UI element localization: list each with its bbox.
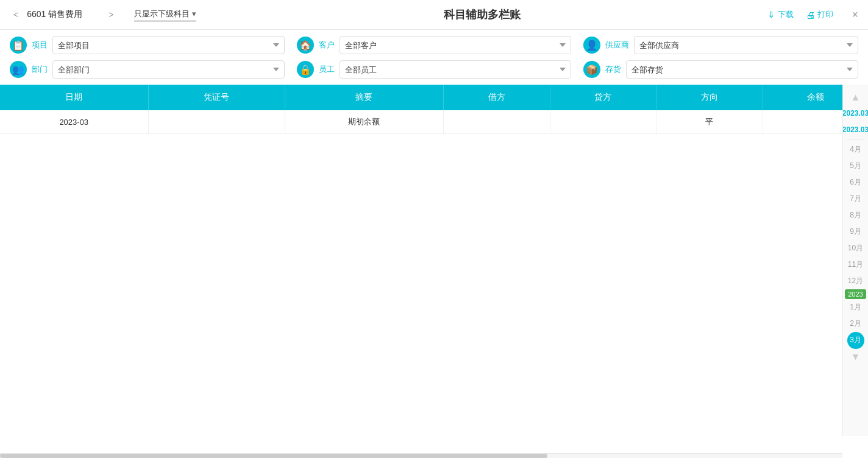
inventory-label: 存货 <box>605 64 621 75</box>
inventory-select[interactable]: 全部存货 <box>626 60 858 79</box>
cell-direction: 平 <box>656 110 763 134</box>
sidebar-period-2[interactable]: 2023.03 <box>842 122 868 138</box>
print-icon: 🖨 <box>806 10 815 20</box>
sidebar-month-8[interactable]: 8月 <box>848 207 863 224</box>
project-icon: 📋 <box>10 37 27 54</box>
cell-voucher <box>148 110 285 134</box>
sidebar-month-12[interactable]: 12月 <box>847 273 864 289</box>
customer-label: 客户 <box>319 40 335 51</box>
supplier-select[interactable]: 全部供应商 <box>634 36 858 54</box>
sidebar-month-2[interactable]: 2月 <box>848 315 863 332</box>
employee-select[interactable]: 全部员工 <box>340 60 572 79</box>
col-debit: 借方 <box>444 85 550 110</box>
inventory-icon: 📦 <box>583 61 600 78</box>
download-icon: ⇓ <box>767 9 775 20</box>
col-direction: 方向 <box>656 85 763 110</box>
cell-date: 2023-03 <box>0 110 148 134</box>
sidebar-month-4[interactable]: 4月 <box>848 141 863 158</box>
show-sub-toggle[interactable]: 只显示下级科目 ▾ <box>134 9 196 21</box>
cell-summary: 期初余额 <box>285 110 443 134</box>
show-sub-arrow-icon: ▾ <box>192 9 196 18</box>
customer-select[interactable]: 全部客户 <box>340 36 572 54</box>
project-select[interactable]: 全部项目 <box>52 36 285 54</box>
filter-area: 📋 项目 全部项目 🏠 客户 全部客户 👤 供应商 全部供应商 <box>0 30 868 85</box>
horizontal-scrollbar[interactable] <box>0 453 842 458</box>
sidebar-period-1[interactable]: 2023.03 <box>842 105 868 122</box>
download-btn[interactable]: ⇓ 下载 <box>767 9 794 20</box>
page-title: 科目辅助多栏账 <box>196 7 767 22</box>
col-credit: 贷方 <box>550 85 656 110</box>
customer-icon: 🏠 <box>297 37 314 54</box>
cell-debit <box>444 110 550 134</box>
sidebar-month-7[interactable]: 7月 <box>848 191 863 207</box>
project-label: 项目 <box>32 40 48 51</box>
sidebar-month-6[interactable]: 6月 <box>848 174 863 191</box>
filter-row-2: 👥 部门 全部部门 🔒 员工 全部员工 📦 存货 全部存货 <box>10 60 858 79</box>
cell-credit <box>550 110 656 134</box>
main-table: 日期 凭证号 摘要 借方 贷方 方向 余额 2023-03 期初余额 <box>0 85 868 134</box>
sidebar-month-10[interactable]: 10月 <box>847 240 864 256</box>
sidebar-month-5[interactable]: 5月 <box>848 158 863 174</box>
scrollbar-thumb <box>0 454 547 458</box>
department-icon: 👥 <box>10 61 27 78</box>
employee-label: 员工 <box>319 64 335 75</box>
nav-area: < 6601 销售费用 > 只显示下级科目 ▾ <box>10 9 196 21</box>
employee-filter-item: 🔒 员工 全部员工 <box>297 60 572 79</box>
col-date: 日期 <box>0 85 148 110</box>
close-btn[interactable]: × <box>852 9 858 21</box>
download-label: 下载 <box>778 9 794 20</box>
table-header-row: 日期 凭证号 摘要 借方 贷方 方向 余额 <box>0 85 868 110</box>
right-sidebar: ▲ 2023.03 2023.03 4月 5月 6月 7月 8月 9月 10月 … <box>842 85 868 436</box>
main-container: < 6601 销售费用 > 只显示下级科目 ▾ 科目辅助多栏账 ⇓ 下载 🖨 打… <box>0 0 868 458</box>
print-btn[interactable]: 🖨 打印 <box>806 9 833 20</box>
prev-account-btn[interactable]: < <box>10 9 22 21</box>
table-row: 2023-03 期初余额 平 <box>0 110 868 134</box>
account-display: 6601 销售费用 <box>27 9 100 20</box>
filter-row-1: 📋 项目 全部项目 🏠 客户 全部客户 👤 供应商 全部供应商 <box>10 36 858 54</box>
supplier-icon: 👤 <box>583 37 600 54</box>
next-account-btn[interactable]: > <box>105 9 117 21</box>
table-container[interactable]: 日期 凭证号 摘要 借方 贷方 方向 余额 2023-03 期初余额 <box>0 85 868 436</box>
show-sub-label: 只显示下级科目 <box>134 9 190 19</box>
department-label: 部门 <box>32 64 48 75</box>
inventory-filter-item: 📦 存货 全部存货 <box>583 60 858 79</box>
sidebar-month-3-selected[interactable]: 3月 <box>847 332 864 349</box>
print-label: 打印 <box>817 9 833 20</box>
customer-filter-item: 🏠 客户 全部客户 <box>297 36 572 54</box>
sidebar-month-11[interactable]: 11月 <box>847 256 864 273</box>
employee-icon: 🔒 <box>297 61 314 78</box>
sidebar-divider-1 <box>847 139 865 140</box>
sidebar-month-1[interactable]: 1月 <box>848 299 863 315</box>
col-summary: 摘要 <box>285 85 443 110</box>
account-name: 销售费用 <box>48 9 82 19</box>
sidebar-month-9[interactable]: 9月 <box>848 224 863 240</box>
department-filter-item: 👥 部门 全部部门 <box>10 60 285 79</box>
department-select[interactable]: 全部部门 <box>52 60 285 79</box>
col-voucher: 凭证号 <box>148 85 285 110</box>
project-filter-item: 📋 项目 全部项目 <box>10 36 285 54</box>
sidebar-year-2023[interactable]: 2023 <box>845 289 866 299</box>
content-wrapper: 日期 凭证号 摘要 借方 贷方 方向 余额 2023-03 期初余额 <box>0 85 868 436</box>
supplier-label: 供应商 <box>605 40 629 51</box>
header: < 6601 销售费用 > 只显示下级科目 ▾ 科目辅助多栏账 ⇓ 下载 🖨 打… <box>0 0 868 30</box>
sidebar-down-btn[interactable]: ▼ <box>848 349 863 365</box>
header-actions: ⇓ 下载 🖨 打印 × <box>767 9 858 21</box>
supplier-filter-item: 👤 供应商 全部供应商 <box>583 36 858 54</box>
sidebar-up-btn[interactable]: ▲ <box>848 90 863 105</box>
account-code: 6601 <box>27 9 46 19</box>
